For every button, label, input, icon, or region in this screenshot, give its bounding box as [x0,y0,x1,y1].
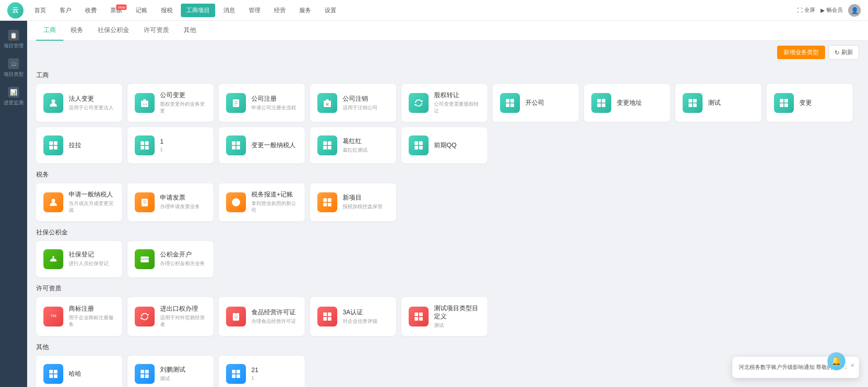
card-twenty-one[interactable]: 21 1 [219,356,305,387]
svg-rect-26 [784,103,788,107]
card-change-taxpayer[interactable]: 变更一般纳税人 [219,127,305,163]
new-type-button[interactable]: 新增业务类型 [777,46,825,59]
card-desc-new-project: 报税加税控盘保管 [343,203,382,210]
svg-rect-72 [49,370,53,373]
project-type-icon: 🗂 [8,58,19,69]
card-change-address[interactable]: 变更地址 [584,84,670,122]
card-icon-tax-report: ¥ [226,192,246,212]
svg-rect-17 [597,103,601,107]
card-desc-apply-taxpayer: 当月或次月成变更完成 [69,200,115,214]
svg-rect-13 [506,103,509,107]
nav-item-management[interactable]: 管理 [243,4,266,17]
svg-rect-56 [328,203,331,206]
section-title-shebao: 社保公积金 [36,228,859,237]
sidebar-item-progress[interactable]: 📊 进度监测 [0,82,27,111]
svg-rect-36 [236,141,240,145]
card-open-company[interactable]: 开公司 [493,84,579,122]
svg-rect-24 [784,99,788,103]
svg-rect-11 [506,99,509,103]
svg-rect-68 [415,312,418,316]
svg-text:¥: ¥ [234,200,237,205]
tab-gongshang[interactable]: 工商 [36,21,63,41]
card-legal-change[interactable]: 法人变更 适用于公司变更法人 [36,84,122,122]
card-title-fund-open: 公积金开户 [160,251,205,259]
notification-icon: 🔔 [827,352,845,370]
nav-item-settings[interactable]: 设置 [319,4,342,17]
card-one[interactable]: 1 1 [127,127,213,163]
card-title-tax-report: 税务报道+记账 [251,191,297,199]
card-equity-transfer[interactable]: 股权转让 公司变更需要股权转让 [401,84,487,122]
tab-shebao[interactable]: 社保公积金 [90,21,137,41]
svg-rect-79 [145,374,149,378]
card-new-project[interactable]: 新项目 报税加税控盘保管 [310,183,396,221]
avatar[interactable]: 👤 [848,4,861,17]
section-title-xuke: 许可资质 [36,284,859,293]
svg-rect-20 [693,99,697,103]
notification-close[interactable]: × [851,360,854,370]
fullscreen-btn[interactable]: ⛶ 全屏 [797,6,815,14]
member-btn[interactable]: ▶ 畅会员 [821,6,843,14]
card-liupengtest[interactable]: 刘鹏测试 测试 [127,356,213,387]
card-icon-one [135,135,155,155]
card-company-reg[interactable]: 公司注册 申请公司注册全流程 [219,84,305,122]
svg-rect-69 [419,312,423,316]
card-apply-invoice[interactable]: 申请发票 办理申请发票业务 [127,183,213,221]
card-company-cancel[interactable]: 公司注销 适用于注销公司 [310,84,396,122]
svg-rect-3 [146,103,147,105]
card-icon-import-export [135,307,155,326]
card-lala[interactable]: 拉拉 [36,127,122,163]
card-change[interactable]: 变更 [767,84,853,122]
card-haha[interactable]: 哈哈 [36,356,122,387]
nav-item-bookkeeping[interactable]: 记账 [130,4,153,17]
card-import-export[interactable]: 进出口权办理 适用于对外贸易经营者 [127,297,213,336]
nav-item-billing[interactable]: 收费 [80,4,102,17]
card-fund-open[interactable]: 公积金开户 办理公积金相关业务 [127,241,213,277]
svg-rect-77 [145,370,149,373]
svg-rect-15 [597,99,601,103]
sidebar-item-project-mgmt[interactable]: 📋 项目管理 [0,25,27,54]
action-bar: 新增业务类型 ↻ 刷新 [27,41,868,64]
card-mohonghong[interactable]: 葛红红 葛红红测试 [310,127,396,163]
card-icon-trademark: ™ [43,307,63,326]
svg-point-47 [52,199,55,202]
card-pre-qq[interactable]: 前期QQ [401,127,487,163]
sidebar-item-project-type[interactable]: 🗂 项目类型 [0,54,27,82]
svg-rect-34 [145,146,149,149]
fullscreen-icon: ⛶ [797,7,802,14]
tab-other[interactable]: 其他 [176,21,203,41]
card-apply-taxpayer[interactable]: 申请一般纳税人 当月或次月成变更完成 [36,183,122,221]
card-trademark[interactable]: ™ 商标注册 用于企业商标注册服务 [36,297,122,336]
card-icon-change-address [591,93,611,113]
nav-item-clients[interactable]: 客户 [54,4,77,17]
svg-rect-44 [419,141,423,145]
card-icon-test-type [409,307,429,326]
card-test-type[interactable]: 测试项目类型目定义 测试 [401,297,487,336]
card-food-license[interactable]: 食品经营许可证 办理食品经营许可证 [219,297,305,336]
card-icon-change [774,93,794,113]
nav-item-operations[interactable]: 经营 [269,4,291,17]
svg-rect-21 [689,103,692,107]
tab-xuke[interactable]: 许可资质 [137,21,176,41]
nav-item-bizreg[interactable]: 工商项目 [181,4,215,17]
svg-rect-83 [236,374,240,378]
card-tax-report[interactable]: ¥ 税务报道+记账 拿到营业执照的新公司 [219,183,305,221]
nav-item-tickets[interactable]: 票据new [105,4,127,17]
svg-rect-27 [49,141,53,145]
nav-item-tax[interactable]: 报税 [156,4,178,17]
card-social-reg[interactable]: 社保登记 进行人员社保登记 [36,241,122,277]
card-icon-haha [43,364,63,384]
nav-item-services[interactable]: 服务 [294,4,316,17]
card-icon-apply-invoice [135,192,155,212]
svg-rect-75 [54,374,57,378]
card-title-twenty-one: 21 [251,366,259,373]
svg-rect-64 [323,312,327,316]
tab-shuiwu[interactable]: 税务 [63,21,90,41]
refresh-button[interactable]: ↻ 刷新 [829,45,859,60]
card-company-change[interactable]: 公司变更 股权变更外的业务变更 [127,84,213,122]
nav-item-messages[interactable]: 消息 [218,4,241,17]
card-test[interactable]: 测试 [675,84,761,122]
nav-item-home[interactable]: 首页 [29,4,52,17]
svg-rect-23 [780,99,783,103]
card-3a-cert[interactable]: 3A认证 对企业信誉评级 [310,297,396,336]
card-title-mohonghong: 葛红红 [343,137,368,145]
